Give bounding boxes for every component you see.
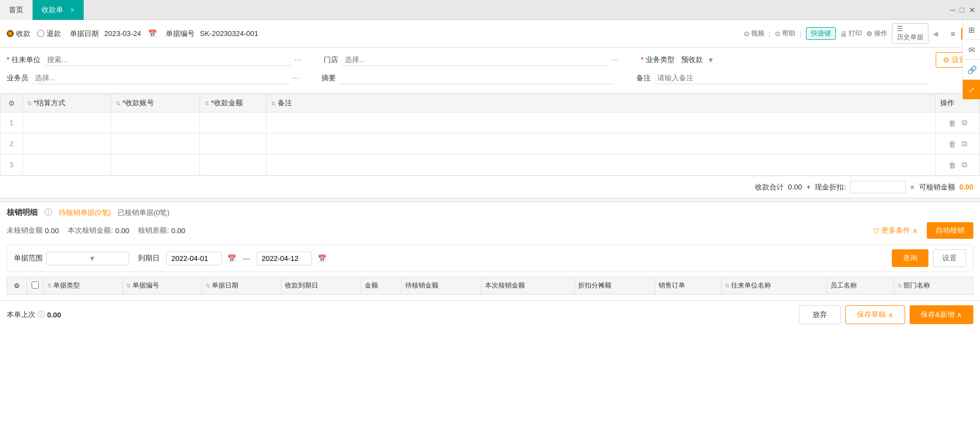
th-amount: ⇅ *收款金额 — [200, 94, 267, 112]
chevron-up-icon: ∧ — [957, 311, 962, 319]
nav-prev-icon[interactable]: ◀ — [933, 30, 938, 38]
row-delete-btn-3[interactable]: 🗑 — [947, 160, 957, 171]
video-btn[interactable]: ⊙ 视频 — [744, 29, 764, 38]
calendar-to-icon[interactable]: 📅 — [318, 254, 326, 263]
tab-receipt[interactable]: 收款单 ✕ — [33, 0, 84, 20]
right-panel-table-icon[interactable]: ⊞ — [963, 20, 980, 40]
range-select[interactable]: ▼ — [46, 252, 129, 265]
account-cell-2[interactable] — [111, 134, 200, 155]
info-icon-footer[interactable]: ⓘ — [38, 310, 45, 320]
sort-icon: ⇅ — [116, 100, 120, 106]
pending-tab[interactable]: 待核销单据(0笔) — [59, 208, 111, 218]
abstract-input[interactable] — [339, 72, 614, 84]
account-cell-3[interactable] — [111, 155, 200, 176]
right-panel-attachment-icon[interactable]: 🔗 — [963, 60, 980, 80]
note-cell-2[interactable] — [267, 134, 936, 155]
abstract-field: 摘要 — [321, 72, 614, 84]
row-copy-btn-3[interactable]: ⧉ — [961, 159, 968, 171]
row-copy-btn-2[interactable]: ⧉ — [961, 138, 968, 150]
filter-icon: ▽ — [874, 227, 879, 235]
receipt-radio[interactable]: 收款 — [7, 29, 30, 39]
row-delete-btn-1[interactable]: 🗑 — [947, 117, 957, 129]
store-more-icon[interactable]: ··· — [611, 55, 619, 65]
store-input[interactable] — [341, 54, 609, 66]
footer-left: 本单上次 ⓘ 0.00 — [7, 310, 61, 320]
receipt-type-group: 收款 退款 — [7, 29, 61, 39]
filter-actions: 查询 设置 — [892, 249, 966, 267]
settlement-cell-2[interactable] — [23, 134, 111, 155]
query-btn[interactable]: 查询 — [892, 249, 928, 267]
help-btn[interactable]: ⊙ 帮助 — [775, 29, 795, 38]
diff-stat: 核销差额: 0.00 — [138, 225, 185, 235]
toolbar: 收款 退款 单据日期 2023-03-24 📅 单据编号 SK-20230324… — [0, 20, 980, 48]
row-delete-btn-2[interactable]: 🗑 — [947, 139, 957, 150]
refund-radio[interactable]: 退款 — [37, 29, 61, 39]
gear-icon[interactable]: ⚙ — [8, 99, 15, 107]
bth-dept: ⇅ 部门名称 — [894, 277, 973, 295]
select-all-checkbox[interactable] — [32, 281, 39, 289]
table-header-row: ⚙ ⇅ *结算方式 ⇅ *收款账号 ⇅ *收款金额 ⇅ — [1, 94, 980, 112]
print-icon: 🖨 — [840, 30, 847, 38]
receipt-table: ⚙ ⇅ *结算方式 ⇅ *收款账号 ⇅ *收款金额 ⇅ — [0, 94, 980, 176]
right-panel-email-icon[interactable]: ✉ — [963, 40, 980, 60]
operation-btn[interactable]: ⚙ 操作 — [866, 29, 887, 38]
amount-cell-3[interactable] — [200, 155, 267, 176]
amount-cell-1[interactable] — [200, 112, 267, 134]
calendar-from-icon[interactable]: 📅 — [227, 254, 236, 263]
business-type-chevron[interactable]: ▼ — [707, 56, 714, 64]
video-icon: ⊙ — [744, 30, 749, 38]
note-input[interactable] — [654, 72, 929, 84]
amount-cell-2[interactable] — [200, 134, 267, 155]
account-cell-1[interactable] — [111, 112, 200, 134]
calendar-icon[interactable]: 📅 — [148, 29, 157, 38]
row-copy-btn-1[interactable]: ⧉ — [961, 117, 968, 129]
info-icon[interactable]: ⓘ — [44, 208, 52, 218]
tab-bar: 首页 收款单 ✕ ─ □ ✕ — [0, 0, 980, 20]
save-draft-btn[interactable]: 保存草稿 ∧ — [845, 305, 905, 324]
auto-verify-btn[interactable]: 自动核销 — [927, 222, 973, 239]
tab-close-icon[interactable]: ✕ — [70, 7, 75, 13]
minimize-icon[interactable]: ─ — [950, 6, 956, 14]
bth-current-verify: 本次核销金额 — [482, 277, 575, 295]
form-row-1: 往来单位 ··· 门店 ··· 业务类型 预收款 ▼ ⚙ 设置 — [7, 52, 973, 68]
shortcut-btn[interactable]: 快捷键 — [806, 27, 836, 40]
done-tab[interactable]: 已核销单据(0笔) — [118, 208, 170, 218]
settlement-cell-1[interactable] — [23, 112, 111, 134]
bth-employee: 员工名称 — [827, 277, 894, 295]
bth-doc-type: ⇅ 单据类型 — [44, 277, 123, 295]
counterpart-more-icon[interactable]: ··· — [294, 55, 302, 65]
number-field: 单据编号 SK-20230324-001 — [166, 29, 259, 39]
note-cell-3[interactable] — [267, 155, 936, 176]
print-btn[interactable]: 🖨 打印 — [840, 29, 862, 38]
maximize-icon[interactable]: □ — [960, 6, 964, 14]
filter-settings-btn[interactable]: 设置 — [933, 249, 966, 267]
window-controls: ─ □ ✕ — [950, 6, 980, 14]
footer: 本单上次 ⓘ 0.00 放弃 保存草稿 ∧ 保存&新增 ∧ — [0, 300, 980, 329]
save-new-btn[interactable]: 保存&新增 ∧ — [910, 305, 973, 324]
table-wrapper: ⚙ ⇅ *结算方式 ⇅ *收款账号 ⇅ *收款金额 ⇅ — [0, 94, 980, 176]
bth-gear[interactable]: ⚙ — [7, 277, 27, 295]
date-to-input[interactable] — [257, 252, 312, 265]
discard-btn[interactable]: 放弃 — [799, 305, 841, 324]
verification-stats: 未核销金额 0.00 本次核销金额: 0.00 核销差额: 0.00 ▽ 更多条… — [7, 222, 973, 239]
salesman-input[interactable] — [32, 72, 290, 84]
more-conditions-btn[interactable]: ▽ 更多条件 ∧ — [874, 225, 918, 235]
form-row-2: 业务员 ··· 摘要 备注 — [7, 72, 973, 84]
right-panel: ⊞ ✉ 🔗 ⤢ — [962, 20, 980, 100]
counterpart-input[interactable] — [44, 54, 292, 66]
close-icon[interactable]: ✕ — [969, 6, 976, 14]
tab-home[interactable]: 首页 — [0, 0, 33, 20]
list-view-icon[interactable]: ≡ — [947, 28, 959, 40]
chevron-up-icon: ∧ — [888, 311, 894, 319]
help-icon: ⊙ — [775, 30, 780, 38]
bth-checkbox[interactable] — [27, 277, 44, 295]
right-panel-expand-icon[interactable]: ⤢ — [963, 80, 980, 100]
settlement-cell-3[interactable] — [23, 155, 111, 176]
sort-icon: ⇅ — [271, 100, 275, 106]
note-cell-1[interactable] — [267, 112, 936, 134]
th-gear[interactable]: ⚙ — [1, 94, 23, 112]
date-from-input[interactable] — [166, 252, 222, 265]
history-btn[interactable]: ☰ 历史单据 — [892, 23, 928, 44]
discount-input[interactable] — [850, 181, 906, 193]
salesman-more-icon[interactable]: ··· — [292, 73, 299, 83]
